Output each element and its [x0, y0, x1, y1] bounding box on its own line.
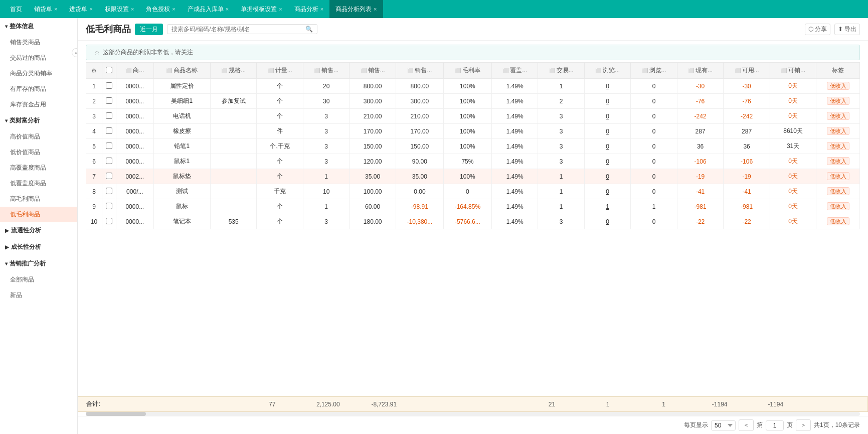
prev-page-button[interactable]: ＜	[739, 419, 754, 431]
sidebar-group-overall[interactable]: ▾ 整体信息	[0, 18, 77, 35]
col-sales-price: ⬜销售...	[350, 63, 396, 79]
close-icon[interactable]: ×	[374, 6, 377, 12]
sidebar-group-flow[interactable]: ▶ 流通性分析	[0, 222, 77, 239]
sidebar-item-low-value[interactable]: 低价值商品	[0, 144, 77, 160]
filter-button[interactable]: 近一月	[135, 24, 163, 35]
row-select-checkbox[interactable]	[106, 218, 112, 224]
sidebar-item-low-coverage[interactable]: 低覆盖度商品	[0, 176, 77, 191]
sidebar-group-marketing[interactable]: ▾ 营销推广分析	[0, 255, 77, 272]
row-browse1[interactable]: 0	[584, 94, 630, 109]
sidebar-item-category-rate[interactable]: 商品分类助销率	[0, 66, 77, 81]
close-icon[interactable]: ×	[172, 6, 175, 12]
horizontal-scrollbar[interactable]	[86, 412, 860, 416]
nav-home[interactable]: 首页	[4, 0, 28, 18]
sidebar-item-high-value[interactable]: 高价值商品	[0, 129, 77, 144]
row-sellable: 0天	[770, 199, 816, 214]
row-name[interactable]: 属性定价	[153, 79, 210, 94]
row-select-checkbox[interactable]	[106, 82, 112, 89]
row-select-checkbox[interactable]	[106, 173, 112, 179]
row-checkbox[interactable]	[102, 169, 116, 184]
export-button[interactable]: ⬆ 导出	[834, 24, 860, 35]
nav-template[interactable]: 单据模板设置 ×	[235, 0, 288, 18]
sidebar-item-traded-goods[interactable]: 交易过的商品	[0, 50, 77, 66]
row-name[interactable]: 电话机	[153, 109, 210, 124]
col-settings[interactable]: ⚙	[86, 63, 102, 79]
page-number-input[interactable]	[766, 420, 784, 430]
row-checkbox[interactable]	[102, 184, 116, 199]
row-coverage: 1.49%	[491, 169, 538, 184]
sidebar-item-all-goods[interactable]: 全部商品	[0, 272, 77, 287]
row-unit: 个	[257, 199, 303, 214]
row-checkbox[interactable]	[102, 139, 116, 154]
row-checkbox[interactable]	[102, 214, 116, 229]
row-name[interactable]: 鼠标	[153, 199, 210, 214]
nav-analysis-list[interactable]: 商品分析列表 ×	[329, 0, 383, 18]
row-browse1[interactable]: 0	[584, 139, 630, 154]
sidebar-item-low-margin[interactable]: 低毛利商品	[0, 207, 77, 222]
row-unit: 个	[257, 79, 303, 94]
row-select-checkbox[interactable]	[106, 142, 112, 149]
row-coverage: 1.49%	[491, 214, 538, 229]
row-name[interactable]: 测试	[153, 184, 210, 199]
sidebar-group-growth[interactable]: ▶ 成长性分析	[0, 239, 77, 255]
row-checkbox[interactable]	[102, 154, 116, 169]
row-select-checkbox[interactable]	[106, 127, 112, 134]
row-select-checkbox[interactable]	[106, 112, 112, 119]
row-browse1[interactable]: 0	[584, 109, 630, 124]
row-checkbox[interactable]	[102, 199, 116, 214]
row-browse1[interactable]: 0	[584, 154, 630, 169]
row-browse1[interactable]: 1	[584, 199, 630, 214]
row-name[interactable]: 鼠标垫	[153, 169, 210, 184]
nav-product-in[interactable]: 产成品入库单 ×	[182, 0, 235, 18]
row-current-stock: -242	[677, 109, 723, 124]
next-page-button[interactable]: ＞	[796, 419, 811, 431]
row-browse1[interactable]: 0	[584, 79, 630, 94]
sidebar-item-stock-capital[interactable]: 库存资金占用	[0, 97, 77, 112]
row-select-checkbox[interactable]	[106, 97, 112, 104]
nav-purchase[interactable]: 进货单 ×	[63, 0, 98, 18]
row-checkbox[interactable]	[102, 124, 116, 139]
page-size-select[interactable]: 50 100 200	[711, 420, 736, 430]
row-checkbox[interactable]	[102, 109, 116, 124]
sidebar-item-in-stock[interactable]: 有库存的商品	[0, 81, 77, 97]
row-sales-qty: 3	[303, 154, 349, 169]
nav-permission[interactable]: 权限设置 ×	[99, 0, 140, 18]
nav-analysis[interactable]: 商品分析 ×	[288, 0, 329, 18]
row-select-checkbox[interactable]	[106, 158, 112, 164]
select-all-checkbox[interactable]	[106, 67, 112, 73]
row-select-checkbox[interactable]	[106, 203, 112, 209]
sidebar-group-wealth[interactable]: ▾ 类财富分析	[0, 112, 77, 129]
col-checkbox[interactable]	[102, 63, 116, 79]
row-browse1[interactable]: 0	[584, 184, 630, 199]
nav-role[interactable]: 角色授权 ×	[140, 0, 181, 18]
row-name[interactable]: 橡皮擦	[153, 124, 210, 139]
row-name[interactable]: 吴细细1	[153, 94, 210, 109]
close-icon[interactable]: ×	[279, 6, 282, 12]
sidebar-item-sales-goods[interactable]: 销售类商品	[0, 35, 77, 50]
row-select-checkbox[interactable]	[106, 188, 112, 194]
row-checkbox[interactable]	[102, 79, 116, 94]
sidebar-item-high-margin[interactable]: 高毛利商品	[0, 191, 77, 207]
row-sales-qty: 3	[303, 109, 349, 124]
sidebar-item-new-goods[interactable]: 新品	[0, 287, 77, 303]
share-button[interactable]: ⬡ 分享	[805, 24, 830, 35]
row-checkbox[interactable]	[102, 94, 116, 109]
nav-sales[interactable]: 销货单 ×	[28, 0, 63, 18]
row-name[interactable]: 笔记本	[153, 214, 210, 229]
sidebar-collapse-btn[interactable]: «	[72, 48, 78, 57]
search-input[interactable]	[171, 26, 305, 33]
search-icon[interactable]: 🔍	[305, 26, 313, 33]
row-browse1[interactable]: 0	[584, 214, 630, 229]
close-icon[interactable]: ×	[226, 6, 229, 12]
close-icon[interactable]: ×	[320, 6, 323, 12]
row-browse1[interactable]: 0	[584, 169, 630, 184]
sidebar-item-high-coverage[interactable]: 高覆盖度商品	[0, 160, 77, 176]
row-browse1[interactable]: 0	[584, 124, 630, 139]
close-icon[interactable]: ×	[131, 6, 134, 12]
scrollbar-thumb[interactable]	[86, 412, 146, 416]
row-spec	[210, 124, 256, 139]
close-icon[interactable]: ×	[54, 6, 57, 12]
close-icon[interactable]: ×	[89, 6, 92, 12]
row-name[interactable]: 鼠标1	[153, 154, 210, 169]
row-name[interactable]: 铅笔1	[153, 139, 210, 154]
